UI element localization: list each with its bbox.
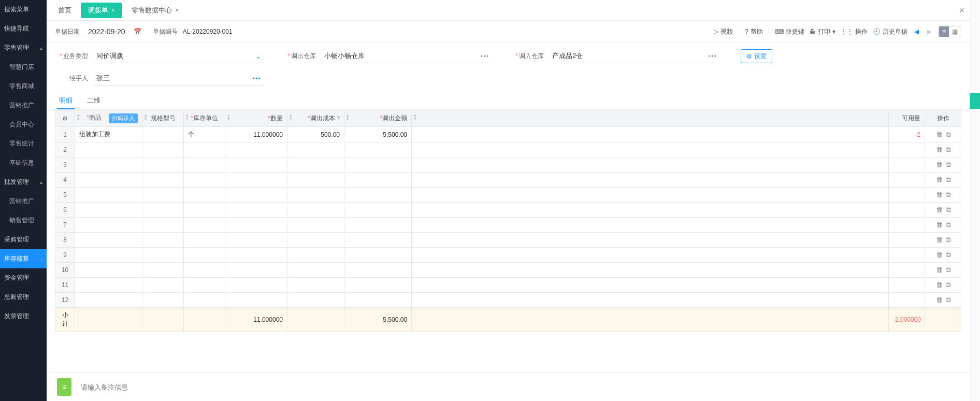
- settings-button[interactable]: ⚙ 设置: [741, 49, 772, 63]
- date-input[interactable]: 2022-09-20: [85, 26, 128, 37]
- calendar-icon[interactable]: 📅: [134, 28, 141, 35]
- cell-mid[interactable]: [412, 142, 889, 157]
- cell-unit[interactable]: [184, 218, 225, 233]
- cell-qty[interactable]: [225, 263, 287, 278]
- cell-unit[interactable]: [184, 203, 225, 218]
- cell-mid[interactable]: [412, 203, 889, 218]
- sidebar-item[interactable]: 会员中心: [0, 115, 47, 134]
- cell-unit[interactable]: [184, 263, 225, 278]
- cell-spec[interactable]: [142, 233, 184, 248]
- cell-product[interactable]: [75, 203, 142, 218]
- sidebar-item[interactable]: 零售商城: [0, 77, 47, 96]
- cell-spec[interactable]: [142, 203, 184, 218]
- sidebar-item[interactable]: 搜索菜单: [0, 0, 47, 19]
- cell-unit[interactable]: [184, 173, 225, 188]
- copy-icon[interactable]: ⧉: [946, 176, 950, 183]
- in-warehouse-select[interactable]: 产成品2仓 •••: [549, 49, 720, 63]
- more-icon[interactable]: •••: [480, 52, 489, 60]
- cell-unit[interactable]: 个: [184, 127, 225, 142]
- delete-icon[interactable]: 🗑: [936, 221, 943, 228]
- cell-mid[interactable]: [412, 173, 889, 188]
- cell-spec[interactable]: [142, 173, 184, 188]
- col-product[interactable]: ▴▾*商品扫码录入: [75, 110, 142, 127]
- note-input[interactable]: [78, 380, 959, 394]
- delete-icon[interactable]: 🗑: [936, 176, 943, 183]
- cell-avail[interactable]: [889, 293, 925, 308]
- cell-qty[interactable]: [225, 203, 287, 218]
- cell-avail[interactable]: [889, 248, 925, 263]
- history-button[interactable]: 🕘 历史单据: [873, 27, 907, 36]
- cell-product[interactable]: [75, 263, 142, 278]
- cell-cost[interactable]: [287, 203, 344, 218]
- delete-icon[interactable]: 🗑: [936, 296, 943, 304]
- more-icon[interactable]: •••: [708, 52, 717, 60]
- cell-spec[interactable]: [142, 293, 184, 308]
- close-icon[interactable]: ×: [175, 7, 179, 14]
- tab[interactable]: 零售数据中心×: [124, 3, 186, 18]
- cell-mid[interactable]: [412, 157, 889, 173]
- close-all-tabs-icon[interactable]: ×: [959, 5, 964, 16]
- cell-cost[interactable]: [287, 157, 344, 173]
- cell-amount[interactable]: [344, 218, 412, 233]
- cell-amount[interactable]: [344, 203, 412, 218]
- copy-icon[interactable]: ⧉: [946, 221, 950, 228]
- note-icon[interactable]: ≡: [57, 378, 71, 396]
- copy-icon[interactable]: ⧉: [946, 146, 950, 153]
- ops-button[interactable]: ⋮⋮ 操作: [841, 27, 868, 36]
- cell-spec[interactable]: [142, 248, 184, 263]
- cell-avail[interactable]: [889, 203, 925, 218]
- cell-cost[interactable]: [287, 233, 344, 248]
- cell-avail[interactable]: [889, 233, 925, 248]
- chevron-down-icon[interactable]: ⌄: [255, 52, 261, 60]
- business-type-select[interactable]: 同价调拨 ⌄: [93, 49, 264, 63]
- cell-avail[interactable]: [889, 157, 925, 173]
- cell-mid[interactable]: [412, 127, 889, 142]
- sidebar-item[interactable]: 快捷导航: [0, 19, 47, 38]
- delete-icon[interactable]: 🗑: [936, 191, 943, 198]
- sidebar-item[interactable]: 基础信息: [0, 153, 47, 173]
- delete-icon[interactable]: 🗑: [936, 206, 943, 213]
- delete-icon[interactable]: 🗑: [936, 131, 943, 138]
- cell-spec[interactable]: [142, 218, 184, 233]
- table-row[interactable]: 6🗑⧉: [55, 203, 961, 218]
- cell-spec[interactable]: [142, 127, 184, 142]
- delete-icon[interactable]: 🗑: [936, 161, 943, 168]
- table-row[interactable]: 10🗑⧉: [55, 263, 961, 278]
- cell-avail[interactable]: [889, 173, 925, 188]
- cell-mid[interactable]: [412, 218, 889, 233]
- cell-qty[interactable]: 11.000000: [225, 127, 287, 142]
- col-unit[interactable]: ▴▾*库存单位: [184, 110, 225, 127]
- table-row[interactable]: 8🗑⧉: [55, 233, 961, 248]
- copy-icon[interactable]: ⧉: [946, 161, 950, 168]
- cell-spec[interactable]: [142, 142, 184, 157]
- copy-icon[interactable]: ⧉: [946, 251, 950, 259]
- cell-amount[interactable]: [344, 157, 412, 173]
- cell-qty[interactable]: [225, 278, 287, 293]
- delete-icon[interactable]: 🗑: [936, 266, 943, 274]
- cell-spec[interactable]: [142, 157, 184, 173]
- video-button[interactable]: ▷ 视频: [714, 27, 733, 36]
- col-avail[interactable]: 可用量: [889, 110, 925, 127]
- sidebar-item[interactable]: 资金管理: [0, 268, 47, 288]
- cell-amount[interactable]: [344, 142, 412, 157]
- cell-unit[interactable]: [184, 188, 225, 203]
- cell-cost[interactable]: 500.00: [287, 127, 344, 142]
- cell-product[interactable]: [75, 233, 142, 248]
- copy-icon[interactable]: ⧉: [946, 296, 950, 304]
- print-button[interactable]: 🖶 打印 ▾: [810, 27, 835, 36]
- cell-product[interactable]: [75, 173, 142, 188]
- cell-qty[interactable]: [225, 142, 287, 157]
- cell-product[interactable]: [75, 157, 142, 173]
- copy-icon[interactable]: ⧉: [946, 191, 950, 198]
- cell-cost[interactable]: [287, 142, 344, 157]
- cell-unit[interactable]: [184, 293, 225, 308]
- sidebar-item[interactable]: 销售管理: [0, 211, 47, 230]
- table-row[interactable]: 12🗑⧉: [55, 293, 961, 308]
- col-qty[interactable]: ▴▾*数量: [225, 110, 287, 127]
- cell-mid[interactable]: [412, 278, 889, 293]
- sidebar-item[interactable]: 智慧门店: [0, 58, 47, 77]
- cell-avail[interactable]: -2: [889, 127, 925, 142]
- cell-amount[interactable]: [344, 248, 412, 263]
- cell-product[interactable]: [75, 142, 142, 157]
- view-list-icon[interactable]: ≡: [939, 26, 949, 37]
